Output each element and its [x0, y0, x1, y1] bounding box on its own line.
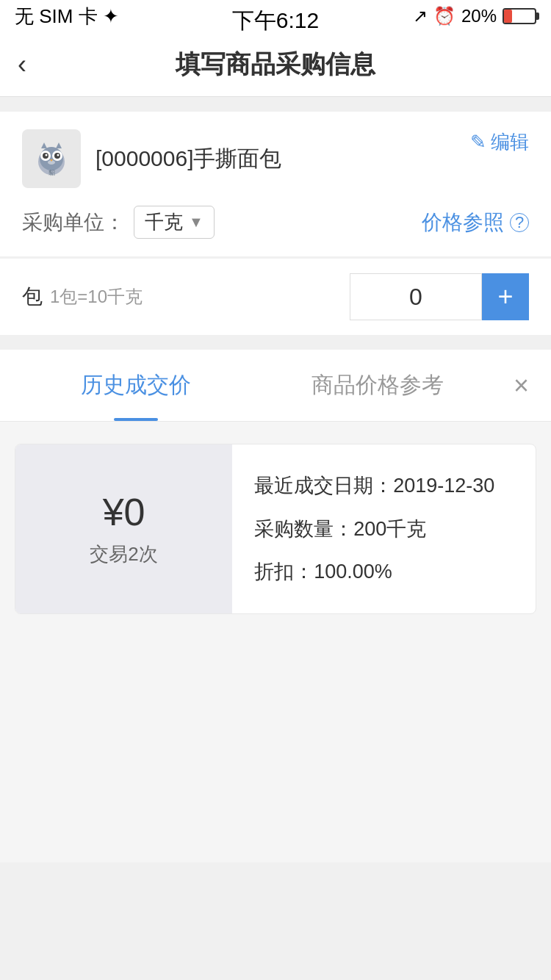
history-card: ¥0 交易2次 最近成交日期：2019-12-30 采购数量：200千克 折扣：… [15, 444, 536, 614]
discount-value: 100.00% [314, 561, 392, 583]
history-card-left: ¥0 交易2次 [15, 444, 232, 613]
tab-product-label: 商品价格参考 [311, 372, 444, 397]
quantity-plus-button[interactable]: + [482, 273, 529, 320]
battery-percentage: 20% [461, 6, 497, 26]
unit-dropdown[interactable]: 千克 ▼ [134, 206, 215, 239]
product-left: 貂 [0000006]手撕面包 [22, 129, 281, 188]
recent-date-label: 最近成交日期： [254, 475, 393, 497]
product-unit-row: 采购单位： 千克 ▼ 价格参照 ? [22, 206, 529, 239]
discount-row: 折扣：100.00% [254, 557, 514, 587]
alarm-icon: ⏰ [433, 6, 455, 26]
quantity-control: + [350, 273, 529, 320]
unit-label: 采购单位： [22, 209, 125, 237]
price-value: 0 [124, 491, 145, 533]
edit-button[interactable]: ✎ 编辑 [470, 129, 529, 155]
location-icon: ↗ [413, 6, 428, 26]
product-name: [0000006]手撕面包 [96, 144, 281, 174]
status-bar: 无 SIM 卡 ✦ 下午6:12 ↗ ⏰ 20% [0, 0, 551, 32]
tab-history-label: 历史成交价 [81, 372, 191, 397]
status-right: ↗ ⏰ 20% [413, 6, 536, 26]
history-content: ¥0 交易2次 最近成交日期：2019-12-30 采购数量：200千克 折扣：… [0, 422, 551, 862]
recent-date-value: 2019-12-30 [393, 475, 494, 497]
package-hint: 1包=10千克 [50, 285, 143, 309]
sim-signal-text: 无 SIM 卡 ✦ [15, 4, 119, 29]
recent-date-row: 最近成交日期：2019-12-30 [254, 471, 514, 501]
svg-point-6 [46, 154, 48, 156]
trade-price: ¥0 [103, 490, 145, 534]
tabs-container: 历史成交价 商品价格参考 × [0, 350, 551, 422]
product-thumbnail: 貂 [22, 129, 81, 188]
battery-fill [504, 10, 512, 23]
purchase-qty-value: 200千克 [353, 518, 426, 540]
product-header: 貂 [0000006]手撕面包 ✎ 编辑 [22, 129, 529, 188]
tab-close-button[interactable]: × [499, 363, 536, 408]
tab-product-price-ref[interactable]: 商品价格参考 [256, 350, 498, 421]
svg-marker-10 [41, 143, 47, 148]
quantity-input[interactable] [350, 273, 482, 320]
package-label: 包 [22, 283, 43, 311]
svg-marker-11 [56, 143, 62, 148]
dropdown-arrow-icon: ▼ [189, 214, 204, 231]
edit-label: 编辑 [491, 129, 529, 155]
edit-icon: ✎ [470, 131, 486, 154]
purchase-qty-row: 采购数量：200千克 [254, 514, 514, 544]
quantity-label: 包 1包=10千克 [22, 283, 143, 311]
nav-bar: ‹ 填写商品采购信息 [0, 32, 551, 97]
trade-count: 交易2次 [90, 541, 157, 567]
product-card: 貂 [0000006]手撕面包 ✎ 编辑 采购单位： 千克 ▼ 价格参照 ? [0, 112, 551, 256]
help-icon: ? [510, 213, 529, 232]
status-time: 下午6:12 [232, 6, 319, 36]
svg-point-7 [57, 154, 60, 156]
svg-text:貂: 貂 [48, 169, 55, 176]
purchase-qty-label: 采购数量： [254, 518, 353, 540]
unit-value: 千克 [145, 209, 183, 235]
page-title: 填写商品采购信息 [176, 48, 375, 82]
discount-label: 折扣： [254, 561, 314, 583]
currency-symbol: ¥ [103, 491, 124, 533]
quantity-row: 包 1包=10千克 + [0, 258, 551, 335]
price-reference-button[interactable]: 价格参照 ? [422, 209, 529, 237]
battery-icon [503, 8, 536, 24]
back-button[interactable]: ‹ [18, 49, 26, 80]
tab-history-price[interactable]: 历史成交价 [15, 350, 256, 421]
price-ref-label: 价格参照 [422, 209, 504, 237]
owl-logo-icon: 貂 [29, 137, 73, 181]
history-card-right: 最近成交日期：2019-12-30 采购数量：200千克 折扣：100.00% [232, 444, 536, 613]
status-left: 无 SIM 卡 ✦ [15, 4, 119, 29]
